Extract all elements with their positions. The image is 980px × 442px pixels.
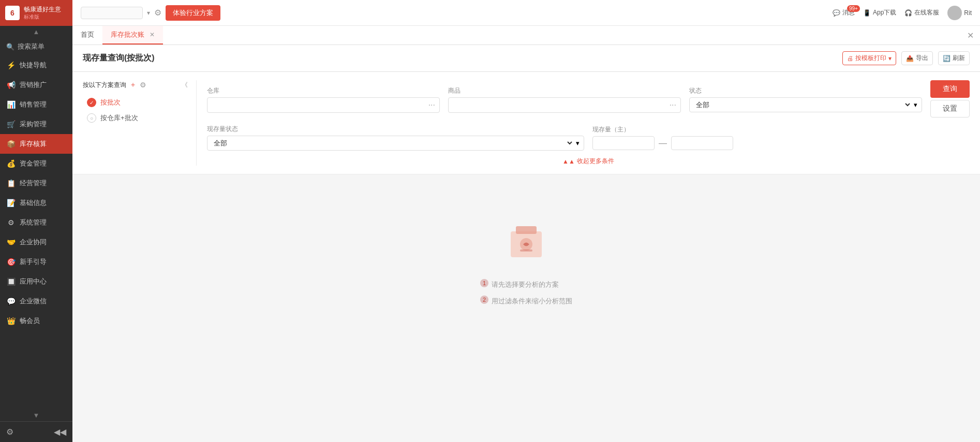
settings-btn[interactable]: 设置 xyxy=(930,100,970,117)
app-download-item[interactable]: 📱 App下载 xyxy=(863,8,896,17)
warehouse-input[interactable] xyxy=(212,101,426,109)
sidebar-item-enterprise[interactable]: 🤝 企业协同 xyxy=(0,232,72,252)
content-area: 现存量查询(按批次) 🖨 按模板打印 ▾ 📤 导出 🔄 刷新 xyxy=(72,45,980,442)
sidebar-item-wechat-label: 企业微信 xyxy=(20,297,47,306)
inventory-icon: 📦 xyxy=(6,140,16,148)
sidebar-header: 6 畅康通好生意 标准版 xyxy=(0,0,72,26)
user-item[interactable]: Rit xyxy=(947,6,972,20)
warehouse-dots[interactable]: ··· xyxy=(428,100,435,110)
sidebar-item-enterprise-label: 企业协同 xyxy=(20,238,47,247)
collapse-sidebar-btn[interactable]: ◀◀ xyxy=(54,427,66,437)
by-warehouse-batch-label: 按仓库+批次 xyxy=(100,113,138,123)
sales-icon: 📊 xyxy=(6,100,16,109)
sidebar-item-inventory-label: 库存核算 xyxy=(20,139,47,149)
experience-btn[interactable]: 体验行业方案 xyxy=(166,5,220,21)
search-menu-item[interactable]: 🔍 搜索菜单 xyxy=(0,38,72,55)
topbar-right: 💬 消息 99+ 📱 App下载 🎧 在线客服 Rit xyxy=(833,6,972,20)
system-icon: ⚙ xyxy=(6,218,16,227)
tip-2-text: 用过滤条件来缩小分析范围 xyxy=(492,294,572,308)
messages-item[interactable]: 💬 消息 99+ xyxy=(833,8,855,17)
sidebar-item-sales[interactable]: 📊 销售管理 xyxy=(0,95,72,114)
app-download-label: App下载 xyxy=(873,8,896,17)
sidebar-item-appstore-label: 应用中心 xyxy=(20,277,47,286)
operation-icon: 📋 xyxy=(6,179,16,187)
export-icon: 📤 xyxy=(906,55,914,62)
sidebar-item-operation[interactable]: 📋 经营管理 xyxy=(0,173,72,193)
collapse-more-label: 收起更多条件 xyxy=(577,157,614,166)
product-input[interactable] xyxy=(453,101,667,109)
sidebar-item-finance[interactable]: 💰 资金管理 xyxy=(0,154,72,173)
scroll-down-btn[interactable]: ▼ xyxy=(0,409,72,421)
online-service-item[interactable]: 🎧 在线客服 xyxy=(904,8,939,17)
tab-home-label: 首页 xyxy=(81,30,94,39)
print-btn[interactable]: 🖨 按模板打印 ▾ xyxy=(842,51,896,65)
by-batch-icon: ✓ xyxy=(87,98,96,107)
page-title: 现存量查询(按批次) xyxy=(83,53,155,64)
print-icon: 🖨 xyxy=(847,55,853,62)
filter-option-by-batch[interactable]: ✓ 按批次 xyxy=(83,95,188,110)
filter-setting-icon[interactable]: ⚙ xyxy=(140,81,146,89)
online-service-label: 在线客服 xyxy=(914,8,939,17)
tabs-bar: 首页 库存批次账 ✕ ✕ xyxy=(72,26,980,45)
sidebar-item-basic[interactable]: 📝 基础信息 xyxy=(0,193,72,213)
by-batch-label: 按批次 xyxy=(100,98,121,107)
collapse-more-btn[interactable]: ▲▲ 收起更多条件 xyxy=(207,157,970,166)
stock-status-select[interactable]: 全部 xyxy=(212,139,574,148)
print-dropdown-icon: ▾ xyxy=(888,55,892,62)
product-label: 商品 xyxy=(448,86,681,95)
query-buttons: 查询 设置 xyxy=(930,80,970,119)
sidebar-item-sales-label: 销售管理 xyxy=(20,100,47,109)
sidebar-item-purchase-label: 采购管理 xyxy=(20,120,47,129)
stock-status-chevron-icon: ▾ xyxy=(576,139,580,147)
product-dots[interactable]: ··· xyxy=(670,100,676,110)
tab-inventory-batch[interactable]: 库存批次账 ✕ xyxy=(102,26,163,45)
enterprise-icon: 🤝 xyxy=(6,238,16,246)
close-all-tabs-btn[interactable]: ✕ xyxy=(961,31,980,40)
app-version: 标准版 xyxy=(24,13,61,21)
sidebar-item-marketing-label: 营销推广 xyxy=(20,80,47,90)
status-select[interactable]: 全部 正常 停用 xyxy=(694,100,912,109)
scroll-up-btn[interactable]: ▲ xyxy=(0,26,72,38)
search-input[interactable] xyxy=(81,7,143,19)
refresh-btn[interactable]: 🔄 刷新 xyxy=(938,51,970,65)
sidebar-item-member-label: 畅会员 xyxy=(20,316,40,326)
sidebar-item-inventory[interactable]: 📦 库存核算 xyxy=(0,134,72,154)
stock-qty-dash: — xyxy=(659,139,667,148)
filter-section-label: 按以下方案查询 xyxy=(83,81,126,90)
query-btn[interactable]: 查询 xyxy=(930,80,970,98)
filter-add-btn[interactable]: ＋ xyxy=(129,80,137,90)
stock-qty-max-input[interactable] xyxy=(671,136,733,150)
headset-icon: 🎧 xyxy=(904,9,912,17)
settings-footer-btn[interactable]: ⚙ xyxy=(6,427,13,437)
app-logo: 6 xyxy=(5,6,20,20)
app-download-icon: 📱 xyxy=(863,9,871,17)
sidebar-item-marketing[interactable]: 📢 营销推广 xyxy=(0,75,72,95)
sidebar-nav: ⚡ 快捷导航 📢 营销推广 📊 销售管理 🛒 采购管理 📦 库存核算 💰 资金管… xyxy=(0,55,72,409)
stock-qty-field: 现存量（主） — xyxy=(592,125,970,150)
sidebar-item-system[interactable]: ⚙ 系统管理 xyxy=(0,213,72,232)
tab-close-btn[interactable]: ✕ xyxy=(150,31,155,38)
sidebar-item-member[interactable]: 👑 畅会员 xyxy=(0,311,72,331)
topbar-gear-icon[interactable]: ⚙ xyxy=(154,8,161,18)
export-label: 导出 xyxy=(916,54,928,63)
sidebar-item-wechat[interactable]: 💬 企业微信 xyxy=(0,291,72,311)
filter-collapse-btn[interactable]: 《 xyxy=(182,81,188,90)
stock-qty-min-input[interactable] xyxy=(592,136,655,150)
search-icon: 🔍 xyxy=(6,43,14,51)
export-btn[interactable]: 📤 导出 xyxy=(901,51,933,65)
dropdown-chevron-icon[interactable]: ▾ xyxy=(147,9,150,17)
topbar: ▾ ⚙ 体验行业方案 💬 消息 99+ 📱 App下载 🎧 在线客服 Rit xyxy=(72,0,980,26)
tab-inventory-batch-label: 库存批次账 xyxy=(111,30,144,39)
sidebar-item-purchase[interactable]: 🛒 采购管理 xyxy=(0,114,72,134)
sidebar-item-appstore[interactable]: 🔲 应用中心 xyxy=(0,272,72,291)
filter-left: 按以下方案查询 ＋ ⚙ 《 ✓ 按批次 ○ 按仓库+批次 xyxy=(83,80,197,166)
tab-home[interactable]: 首页 xyxy=(72,26,102,45)
sidebar-item-finance-label: 资金管理 xyxy=(20,159,47,168)
sidebar-item-quick-nav[interactable]: ⚡ 快捷导航 xyxy=(0,55,72,75)
print-label: 按模板打印 xyxy=(855,54,886,63)
filter-section-title: 按以下方案查询 ＋ ⚙ 《 xyxy=(83,80,188,90)
stock-status-field: 现存量状态 全部 ▾ xyxy=(207,125,584,151)
filter-row-2: 现存量状态 全部 ▾ 现存量（主） — xyxy=(207,125,970,151)
sidebar-item-newbie[interactable]: 🎯 新手引导 xyxy=(0,252,72,272)
filter-option-by-warehouse-batch[interactable]: ○ 按仓库+批次 xyxy=(83,110,188,126)
